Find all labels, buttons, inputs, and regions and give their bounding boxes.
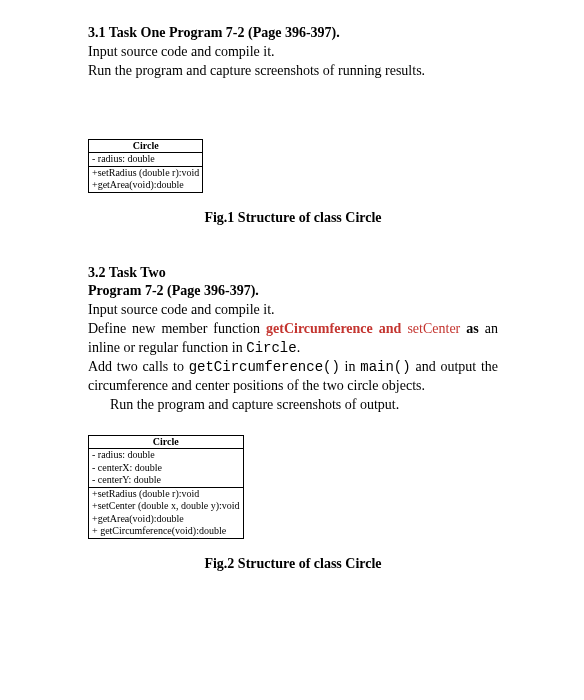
uml-diagram-2: Circle - radius: double- centerX: double… xyxy=(88,435,244,539)
task2-line4: Run the program and capture screenshots … xyxy=(88,396,498,415)
task1-heading: 3.1 Task One Program 7-2 (Page 396-397). xyxy=(88,24,498,43)
task2-heading: 3.2 Task Two xyxy=(88,264,498,283)
uml1-ops: +setRadius (double r):void+getArea(void)… xyxy=(89,166,203,192)
task2-para3: Add two calls to getCircumference() in m… xyxy=(88,358,498,396)
task2-line1: Input source code and compile it. xyxy=(88,301,498,320)
uml1-title: Circle xyxy=(89,139,203,153)
task2-para2: Define new member function getCircumfere… xyxy=(88,320,498,358)
uml1-attrs: - radius: double xyxy=(89,153,203,167)
task1-line1: Input source code and compile it. xyxy=(88,43,498,62)
task2-subheading: Program 7-2 (Page 396-397). xyxy=(88,282,498,301)
uml2-title: Circle xyxy=(89,435,244,449)
figure2-caption: Fig.2 Structure of class Circle xyxy=(88,555,498,574)
uml2-attrs: - radius: double- centerX: double- cente… xyxy=(89,449,244,488)
figure1-caption: Fig.1 Structure of class Circle xyxy=(88,209,498,228)
uml2-ops: +setRadius (double r):void+setCenter (do… xyxy=(89,487,244,538)
task1-line2: Run the program and capture screenshots … xyxy=(88,62,498,81)
uml-diagram-1: Circle - radius: double +setRadius (doub… xyxy=(88,139,203,193)
